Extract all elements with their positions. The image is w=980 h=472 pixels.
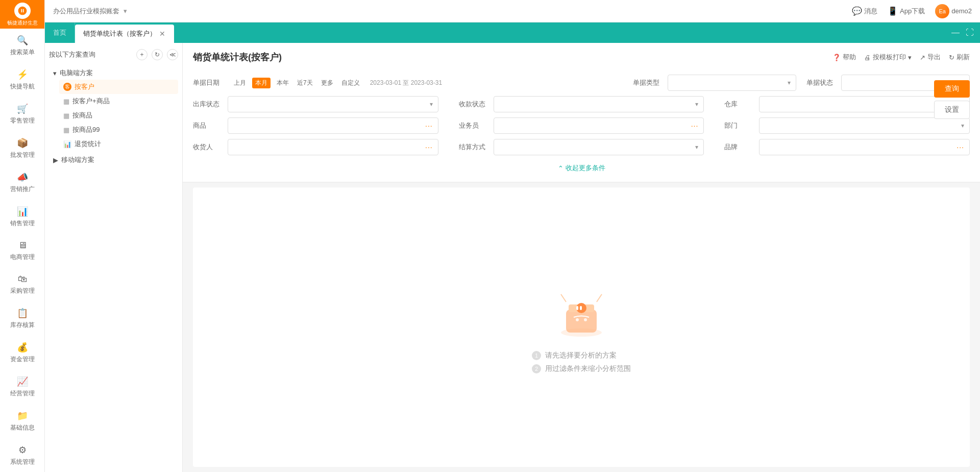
collapse-bar[interactable]: ⌃ 收起更多条件 [193,160,970,176]
filter-sidebar-title: 按以下方案查询 [49,50,95,59]
scheme-by-goods-label: 按商品 [72,111,92,120]
filter-sidebar: 按以下方案查询 + ↻ ≪ ▾ 电脑端方案 客 按客户 [45,43,183,472]
out-status-dropdown[interactable]: ▾ [228,96,438,112]
sidebar-item-finance[interactable]: 💰 资金管理 [0,336,44,370]
template-print-btn[interactable]: 🖨 按模板打印 ▾ [864,53,912,62]
finance-icon: 💰 [17,342,28,353]
sidebar-item-sales[interactable]: 📊 销售管理 [0,200,44,234]
tab-bar-actions: — ⛶ [945,22,980,43]
mobile-group-arrow: ▶ [53,156,58,164]
mobile-group-header[interactable]: ▶ 移动端方案 [49,153,178,167]
shortcut-7days[interactable]: 近7天 [295,78,315,88]
type-dropdown[interactable]: ▾ [668,75,796,91]
logo-icon [14,3,31,19]
ecommerce-icon: 🖥 [18,240,27,251]
goods-99-icon: ▦ [63,126,69,134]
brand-input[interactable]: ··· [759,139,970,155]
desktop-scheme-list: 客 按客户 ▦ 按客户+商品 ▦ 按商品 ▦ 按商品99 [49,80,178,151]
sidebar-item-label-wholesale: 批发管理 [10,151,35,159]
type-label: 单据类型 [633,78,664,87]
sidebar-item-label-ecommerce: 电商管理 [10,253,35,262]
print-icon: 🖨 [864,54,871,61]
tab-maximize-icon[interactable]: ⛶ [966,28,974,37]
query-button[interactable]: 查询 [934,80,970,98]
shortcut-custom[interactable]: 自定义 [339,78,362,88]
sidebar-item-search[interactable]: 🔍 搜索菜单 [0,29,44,63]
settings-button[interactable]: 设置 [934,101,970,119]
goods-input[interactable]: ··· [228,117,438,134]
collapse-scheme-btn[interactable]: ≪ [167,49,178,60]
payment-dropdown[interactable]: ▾ [494,139,704,155]
app-download-btn[interactable]: 📱 App下载 [888,6,925,16]
system-icon: ⚙ [18,444,27,456]
basics-icon: 📁 [17,410,28,421]
app-logo[interactable]: 畅捷通好生意 [0,0,45,29]
scheme-return-stats-label: 退货统计 [75,139,101,149]
sidebar-item-marketing[interactable]: 📣 营销推广 [0,166,44,200]
tab-home[interactable]: 首页 [45,22,75,43]
sidebar-item-system[interactable]: ⚙ 系统管理 [0,438,44,472]
sidebar-item-operations[interactable]: 📈 经营管理 [0,370,44,404]
filter-row-1: 单据日期 上月 本月 本年 近7天 更多 自定义 2023-03-01 至 20… [193,75,970,91]
shortcut-this-month[interactable]: 本月 [252,78,271,88]
filter-row-2: 出库状态 ▾ 收款状态 ▾ [193,96,970,112]
brand-dots: ··· [957,143,964,151]
print-chevron: ▾ [908,54,912,61]
message-btn[interactable]: 💬 消息 [852,6,877,16]
customer-scheme-icon: 客 [63,83,71,91]
tab-minimize-icon[interactable]: — [951,28,960,37]
tab-close-icon[interactable]: ✕ [159,30,165,38]
shortcut-last-month[interactable]: 上月 [232,78,248,88]
sidebar-item-label-marketing: 营销推广 [10,185,35,194]
sidebar-item-ecommerce[interactable]: 🖥 电商管理 [0,234,44,268]
scheme-by-goods[interactable]: ▦ 按商品 [59,108,178,123]
goods-icon: ▦ [63,112,69,120]
recipient-input[interactable]: ··· [228,139,438,155]
sidebar-item-basics[interactable]: 📁 基础信息 [0,404,44,438]
template-print-label: 按模板打印 [873,53,906,62]
message-icon: 💬 [852,6,862,16]
tip-text-2: 用过滤条件来缩小分析范围 [545,364,631,373]
sidebar-item-wholesale[interactable]: 📦 批发管理 [0,131,44,166]
scheme-by-customer-goods[interactable]: ▦ 按客户+商品 [59,94,178,108]
download-icon: 📱 [888,6,898,16]
collapse-label: 收起更多条件 [566,163,605,173]
inventory-icon: 📋 [17,308,28,319]
help-icon: ❓ [832,54,841,61]
desktop-scheme-group: ▾ 电脑端方案 客 按客户 ▦ 按客户+商品 ▦ 按商品 [49,66,178,151]
app-download-label: App下载 [900,7,925,16]
mobile-group-label: 移动端方案 [61,155,94,164]
search-icon: 🔍 [17,35,28,46]
scheme-return-stats[interactable]: 📊 退货统计 [59,137,178,151]
sidebar-item-label-sales: 销售管理 [10,219,35,228]
purchase-icon: 🛍 [18,274,27,285]
dept-dropdown[interactable]: ▾ [759,117,970,134]
add-scheme-btn[interactable]: + [136,49,148,60]
sidebar-item-inventory[interactable]: 📋 库存核算 [0,301,44,336]
help-btn[interactable]: ❓ 帮助 [832,53,856,62]
scheme-by-customer[interactable]: 客 按客户 [59,80,178,94]
desktop-group-header[interactable]: ▾ 电脑端方案 [49,66,178,80]
shortcut-this-year[interactable]: 本年 [275,78,291,88]
sidebar-item-purchase[interactable]: 🛍 采购管理 [0,268,44,301]
export-btn[interactable]: ↗ 导出 [920,53,941,62]
scheme-by-goods-99[interactable]: ▦ 按商品99 [59,123,178,137]
sidebar-item-retail[interactable]: 🛒 零售管理 [0,97,44,131]
user-info[interactable]: Ea demo2 [935,4,972,18]
tip-num-1: 1 [532,351,541,360]
filter-area: 单据日期 上月 本月 本年 近7天 更多 自定义 2023-03-01 至 20… [183,68,980,182]
shortcut-more[interactable]: 更多 [319,78,335,88]
return-stats-icon: 📊 [63,140,71,148]
sidebar-item-quick-nav[interactable]: ⚡ 快捷导航 [0,63,44,97]
payment-label: 结算方式 [459,143,489,152]
filter-warehouse: 仓库 ··· [724,96,970,112]
filter-receive-status: 收款状态 ▾ [459,96,704,112]
tab-sales-stats[interactable]: 销货单统计表（按客户） ✕ [75,25,174,43]
refresh-scheme-btn[interactable]: ↻ [152,49,163,60]
lightning-icon: ⚡ [17,69,28,80]
salesperson-input[interactable]: ··· [494,117,704,134]
header-left: 办公用品行业模拟账套 ▾ [53,7,127,16]
receive-status-dropdown[interactable]: ▾ [494,96,704,112]
refresh-btn[interactable]: ↻ 刷新 [949,53,970,62]
out-status-chevron: ▾ [430,101,433,108]
